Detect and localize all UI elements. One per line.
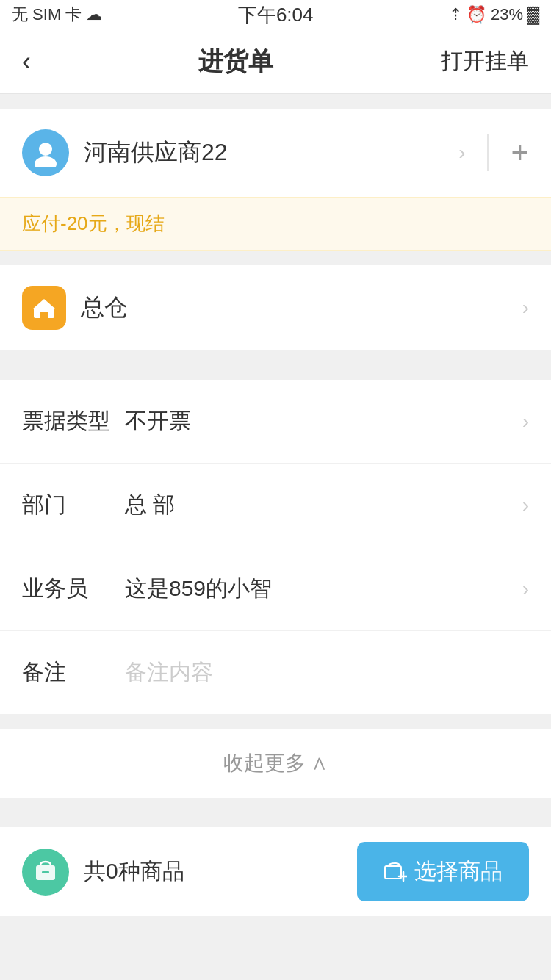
section-gap-2 [0,251,551,265]
form-row-remark[interactable]: 备注 备注内容 [0,631,551,714]
warehouse-arrow-icon: › [522,296,529,320]
svg-marker-3 [32,299,56,309]
alarm-icon: ⏰ [467,5,486,24]
warehouse-name: 总仓 [81,292,522,324]
invoice-value: 不开票 [125,406,522,436]
battery-icon: ▓ [527,5,539,24]
collapse-label: 收起更多 ∧ [223,749,328,777]
notice-bar: 应付-20元，现结 [0,197,551,251]
department-arrow-icon: › [522,494,529,517]
form-row-department[interactable]: 部门 总 部 › [0,464,551,547]
product-count-text: 共0种商品 [84,857,342,887]
status-left: 无 SIM 卡 ☁ [12,4,102,26]
bottom-bar: 共0种商品 选择商品 [0,827,551,916]
section-gap-4 [0,798,551,813]
warehouse-icon [22,286,66,330]
open-pending-button[interactable]: 打开挂单 [441,46,529,76]
status-time: 下午6:04 [238,2,314,28]
location-icon: ⇡ [449,5,462,24]
form-row-invoice[interactable]: 票据类型 不开票 › [0,380,551,464]
supplier-section: 河南供应商22 › + 应付-20元，现结 [0,109,551,251]
supplier-avatar [22,129,69,176]
select-product-icon [383,860,407,884]
warehouse-row[interactable]: 总仓 › [0,265,551,350]
remark-value: 备注内容 [125,657,529,688]
supplier-arrow-icon: › [458,141,465,165]
status-bar: 无 SIM 卡 ☁ 下午6:04 ⇡ ⏰ 23% ▓ [0,0,551,29]
remark-label: 备注 [22,657,125,688]
page-title: 进货单 [198,45,273,79]
department-label: 部门 [22,490,125,520]
salesperson-value: 这是859的小智 [125,574,522,604]
supplier-divider [487,134,489,171]
supplier-row[interactable]: 河南供应商22 › + [0,109,551,197]
svg-point-1 [35,156,57,167]
department-value: 总 部 [125,490,522,520]
add-supplier-button[interactable]: + [511,135,529,170]
form-row-salesperson[interactable]: 业务员 这是859的小智 › [0,547,551,631]
svg-point-0 [39,143,52,156]
section-gap-1 [0,94,551,109]
select-product-button[interactable]: 选择商品 [357,842,529,901]
form-section: 票据类型 不开票 › 部门 总 部 › 业务员 这是859的小智 › 备注 备注… [0,380,551,714]
section-gap-3 [0,350,551,365]
back-button[interactable]: ‹ [22,46,31,77]
product-icon [22,849,69,896]
invoice-arrow-icon: › [522,410,529,433]
status-right: ⇡ ⏰ 23% ▓ [449,5,539,24]
svg-rect-6 [42,871,49,873]
collapse-bar[interactable]: 收起更多 ∧ [0,729,551,798]
salesperson-label: 业务员 [22,574,125,604]
invoice-label: 票据类型 [22,406,125,436]
salesperson-arrow-icon: › [522,577,529,601]
nav-bar: ‹ 进货单 打开挂单 [0,29,551,94]
battery-text: 23% [491,5,523,24]
sim-signal: 无 SIM 卡 ☁ [12,4,102,26]
supplier-name: 河南供应商22 [84,137,458,169]
page-background [0,916,551,980]
notice-text: 应付-20元，现结 [22,212,165,234]
svg-rect-4 [40,312,48,318]
select-product-label: 选择商品 [414,857,503,887]
